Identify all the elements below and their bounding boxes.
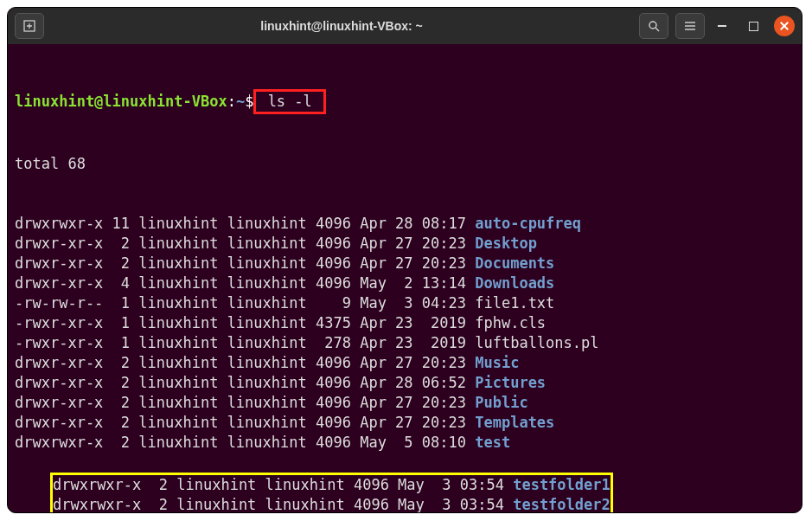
maximize-button[interactable] [743,16,764,36]
prompt-user-host: linuxhint@linuxhint-VBox [15,93,227,110]
list-row: drwxrwxr-x 2 linuxhint linuxhint 4096 Ma… [53,495,611,512]
svg-line-4 [655,28,659,31]
svg-point-3 [649,22,656,29]
highlighted-rows: drwxrwxr-x 2 linuxhint linuxhint 4096 Ma… [50,473,613,512]
search-button[interactable] [639,13,668,39]
menu-button[interactable] [675,13,705,39]
minimize-button[interactable] [712,16,732,36]
list-row: drwxr-xr-x 2 linuxhint linuxhint 4096 Ap… [15,413,795,433]
command-highlight: ls -l [253,89,326,114]
new-tab-button[interactable] [15,13,44,39]
listing-rows: drwxrwxr-x 11 linuxhint linuxhint 4096 A… [15,214,795,453]
terminal-body[interactable]: linuxhint@linuxhint-VBox:~$ ls -l total … [8,44,802,512]
window-controls [712,16,795,36]
list-row: drwxr-xr-x 4 linuxhint linuxhint 4096 Ma… [15,273,795,293]
prompt-path: ~ [236,93,245,110]
list-row: -rwxr-xr-x 1 linuxhint linuxhint 278 Apr… [15,333,795,353]
list-row: drwxr-xr-x 2 linuxhint linuxhint 4096 Ap… [15,234,795,254]
window-title: linuxhint@linuxhint-VBox: ~ [51,19,632,33]
terminal-window: linuxhint@linuxhint-VBox: ~ linuxhint@li… [7,7,802,513]
prompt-line: linuxhint@linuxhint-VBox:~$ ls -l [15,89,795,114]
command-text: ls -l [259,93,321,110]
list-row: drwxr-xr-x 2 linuxhint linuxhint 4096 Ap… [15,353,795,373]
close-button[interactable] [774,16,795,36]
list-row: drwxrwxr-x 2 linuxhint linuxhint 4096 Ma… [15,433,795,453]
list-row: drwxr-xr-x 2 linuxhint linuxhint 4096 Ap… [15,393,795,413]
list-row: drwxrwxr-x 11 linuxhint linuxhint 4096 A… [15,214,795,234]
titlebar: linuxhint@linuxhint-VBox: ~ [8,8,802,44]
list-row: drwxr-xr-x 2 linuxhint linuxhint 4096 Ap… [15,254,795,273]
list-row: -rw-rw-r-- 1 linuxhint linuxhint 9 May 3… [15,293,795,313]
list-row: drwxr-xr-x 2 linuxhint linuxhint 4096 Ap… [15,373,795,393]
list-row: -rwxr-xr-x 1 linuxhint linuxhint 4375 Ap… [15,313,795,333]
list-row: drwxrwxr-x 2 linuxhint linuxhint 4096 Ma… [53,475,611,495]
total-line: total 68 [15,154,795,174]
